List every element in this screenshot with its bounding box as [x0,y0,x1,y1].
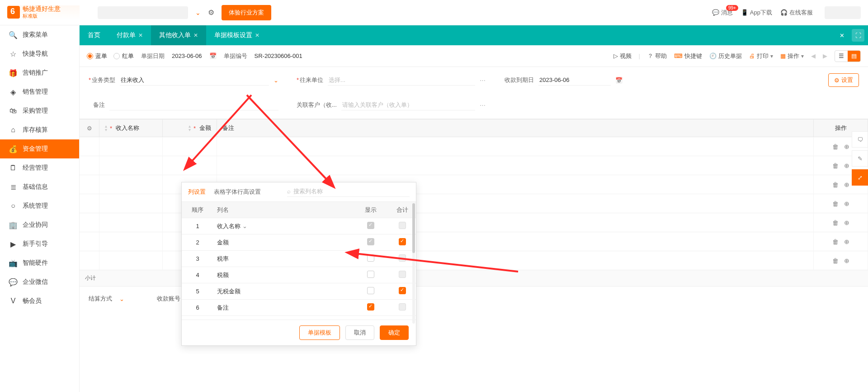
sidebar-item-10[interactable]: 🏢企业协同 [0,215,79,234]
sidebar-item-2[interactable]: 🎁营销推广 [0,63,79,82]
related-customer-input[interactable] [341,100,475,110]
biz-type-select[interactable] [120,75,269,86]
history-link[interactable]: 🕘历史单据 [709,52,742,60]
row-copy-icon[interactable]: ⊕ [844,219,849,226]
bill-date-value[interactable]: 2023-06-06 [172,53,202,59]
show-checkbox[interactable] [367,303,374,311]
sum-checkbox [399,254,406,262]
tabs-fullscreen-icon[interactable]: ⛶ [852,29,864,42]
tab-close-icon[interactable]: ✕ [138,32,143,38]
unit-select[interactable] [328,75,475,86]
popup-ok-button[interactable]: 确定 [380,325,409,340]
float-expand-icon[interactable]: ⤢ [852,169,868,186]
sum-checkbox[interactable] [399,287,406,294]
sum-checkbox[interactable] [399,238,406,245]
popup-row: 2金额 [182,234,416,251]
show-checkbox[interactable] [367,271,374,278]
row-copy-icon[interactable]: ⊕ [844,200,849,207]
chevron-down-icon[interactable]: ⌄ [274,77,278,84]
prev-doc-icon[interactable]: ◀ [811,53,816,59]
sidebar-item-3[interactable]: ◈销售管理 [0,82,79,101]
sidebar-item-12[interactable]: 📺智能硬件 [0,253,79,272]
row-delete-icon[interactable]: 🗑 [832,257,839,264]
popup-cancel-button[interactable]: 取消 [345,325,374,340]
view-list-icon[interactable]: ☰ [835,51,848,62]
related-more-icon[interactable]: ⋯ [480,102,486,109]
column-settings-gear-icon[interactable]: ⚙ [80,120,99,137]
print-link[interactable]: 🖨打印▾ [749,52,773,60]
header-gear-icon[interactable]: ⚙ [208,8,214,17]
show-checkbox [367,238,374,245]
col-amount[interactable]: ▴▾ *金额 [163,120,217,137]
row-delete-icon[interactable]: 🗑 [832,181,839,188]
remark-input[interactable] [109,100,278,110]
app-download-link[interactable]: 📱 App下载 [741,9,772,17]
sidebar-item-6[interactable]: 💰资金管理 [0,139,79,158]
next-doc-icon[interactable]: ▶ [823,53,827,59]
popup-tab-font[interactable]: 表格字体行高设置 [214,188,261,196]
ops-link[interactable]: ▦操作▾ [780,52,804,60]
row-copy-icon[interactable]: ⊕ [844,181,849,188]
row-delete-icon[interactable]: 🗑 [832,143,839,150]
row-delete-icon[interactable]: 🗑 [832,162,839,169]
row-copy-icon[interactable]: ⊕ [844,238,849,245]
row-delete-icon[interactable]: 🗑 [832,238,839,245]
tab-2[interactable]: 其他收入单✕ [151,25,206,45]
sidebar-item-5[interactable]: ⌂库存核算 [0,120,79,139]
tab-close-icon[interactable]: ✕ [193,32,198,38]
sidebar-item-1[interactable]: ☆快捷导航 [0,44,79,63]
chevron-down-icon[interactable]: ⌄ [119,296,124,302]
org-caret-icon[interactable]: ⌄ [195,9,201,16]
tab-close-icon[interactable]: ✕ [255,32,259,38]
tab-0[interactable]: 首页 [80,25,108,45]
col-note[interactable]: 备注 [217,120,814,137]
tab-1[interactable]: 付款单✕ [108,25,151,45]
user-avatar-blurred[interactable] [825,6,861,19]
col-income-name[interactable]: ▴▾ *收入名称 [99,120,163,137]
row-copy-icon[interactable]: ⊕ [844,143,849,150]
row-delete-icon[interactable]: 🗑 [832,219,839,226]
sidebar-item-0[interactable]: 🔍搜索菜单 [0,25,79,44]
messages-link[interactable]: 💬 消息 99+ [712,9,733,17]
tabs-close-all-icon[interactable]: ✕ [835,29,848,42]
show-checkbox[interactable] [367,254,374,262]
table-row[interactable]: 🗑⊕ [80,137,868,156]
sidebar-item-8[interactable]: ≣基础信息 [0,177,79,196]
row-copy-icon[interactable]: ⊕ [844,162,849,169]
sidebar-item-7[interactable]: 🗒经营管理 [0,158,79,177]
form-settings-button[interactable]: ⚙设置 [828,73,859,87]
due-date-input[interactable] [538,75,611,86]
calendar-icon[interactable]: 📅 [209,53,217,59]
popup-template-button[interactable]: 单据模板 [299,325,340,340]
show-checkbox[interactable] [367,287,374,294]
chevron-down-icon[interactable]: ⌄ [242,223,247,229]
sidebar-item-9[interactable]: ○系统管理 [0,196,79,215]
trial-industry-button[interactable]: 体验行业方案 [222,5,271,20]
table-row[interactable]: 🗑⊕ [80,156,868,175]
popup-tab-columns[interactable]: 列设置 [188,188,206,196]
calendar-icon[interactable]: 📅 [615,77,623,84]
view-detail-icon[interactable]: ▤ [848,51,860,62]
video-link[interactable]: ▷视频 [613,52,632,60]
sidebar-item-4[interactable]: 🛍采购管理 [0,101,79,120]
online-service-link[interactable]: 🎧 在线客服 [780,9,813,17]
sidebar-item-11[interactable]: ▶新手引导 [0,234,79,253]
row-copy-icon[interactable]: ⊕ [844,257,849,264]
popup-search-input[interactable] [293,188,410,195]
popup-scrollbar[interactable] [412,203,415,324]
bill-type-blue-radio[interactable]: 蓝单 [87,52,107,60]
sidebar-item-label: 销售管理 [23,88,48,96]
shortcut-link[interactable]: ⌨快捷键 [674,52,702,60]
sidebar-item-13[interactable]: 💬企业微信 [0,272,79,292]
row-delete-icon[interactable]: 🗑 [832,200,839,207]
sidebar-icon: ○ [9,202,17,210]
tab-3[interactable]: 单据模板设置✕ [206,25,268,45]
help-link[interactable]: ？帮助 [647,52,667,60]
sidebar-item-14[interactable]: V畅会员 [0,292,79,311]
float-edit-icon[interactable]: ✎ [852,150,868,167]
org-selector-blurred[interactable] [98,6,188,19]
bill-type-red-radio[interactable]: 红单 [113,52,134,60]
unit-more-icon[interactable]: ⋯ [480,77,486,84]
sidebar-item-label: 库存核算 [23,126,48,134]
float-note-icon[interactable]: 🗨 [852,131,868,148]
